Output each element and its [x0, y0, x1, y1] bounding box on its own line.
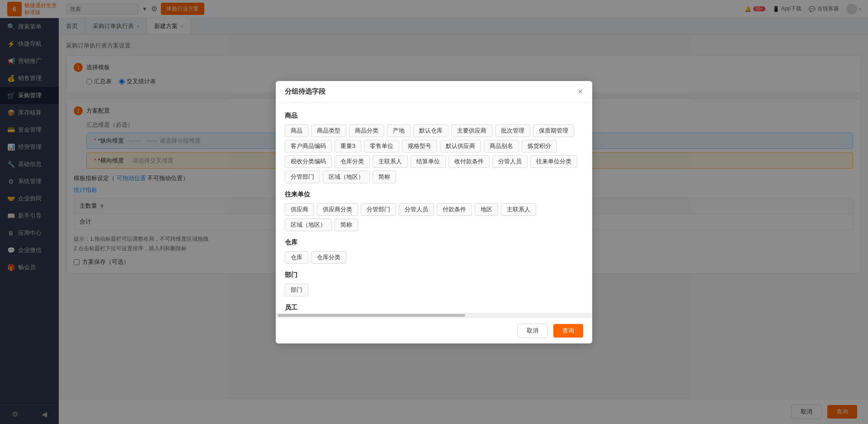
field-chips-2: 仓库仓库分类	[285, 251, 583, 264]
field-chip-0-4[interactable]: 默认仓库	[413, 124, 448, 137]
field-chip-0-1[interactable]: 商品类型	[311, 124, 346, 137]
field-chip-0-16[interactable]: 仓库分类	[335, 155, 370, 168]
field-group-title-2: 仓库	[285, 238, 583, 247]
modal-footer: 取消 查询	[276, 318, 592, 343]
field-chip-0-20[interactable]: 分管人员	[492, 155, 528, 168]
field-chip-1-5[interactable]: 地区	[475, 203, 498, 216]
modal-overlay: 分组待选字段 ✕ 商品商品商品类型商品分类产地默认仓库主要供应商批次管理保质期管…	[0, 0, 868, 424]
field-chip-0-21[interactable]: 往来单位分类	[530, 155, 577, 168]
field-chip-0-22[interactable]: 分管部门	[285, 171, 320, 183]
field-chip-0-15[interactable]: 税收分类编码	[285, 155, 332, 168]
modal-hscroll	[276, 313, 592, 317]
field-chip-1-0[interactable]: 供应商	[285, 203, 314, 216]
field-chip-0-7[interactable]: 保质期管理	[533, 124, 574, 137]
field-chip-1-7[interactable]: 区域（地区）	[285, 219, 332, 231]
field-chip-0-14[interactable]: 炼货积分	[522, 140, 557, 152]
modal-header: 分组待选字段 ✕	[276, 81, 592, 103]
modal-hscroll-thumb[interactable]	[278, 314, 465, 317]
field-chip-1-2[interactable]: 分管部门	[361, 203, 396, 216]
field-chip-0-3[interactable]: 产地	[387, 124, 410, 137]
field-chips-3: 部门	[285, 284, 583, 296]
field-chip-0-19[interactable]: 收付款条件	[448, 155, 490, 168]
field-chip-1-8[interactable]: 简称	[335, 219, 358, 231]
field-chip-0-17[interactable]: 主联系人	[373, 155, 408, 168]
field-chip-0-12[interactable]: 默认供应商	[440, 140, 481, 152]
field-chip-0-2[interactable]: 商品分类	[349, 124, 384, 137]
field-chip-0-24[interactable]: 简称	[373, 171, 396, 183]
field-chip-0-10[interactable]: 零售单位	[364, 140, 399, 152]
field-chip-2-0[interactable]: 仓库	[285, 251, 308, 264]
modal-title: 分组待选字段	[285, 87, 326, 96]
field-chips-0: 商品商品类型商品分类产地默认仓库主要供应商批次管理保质期管理客户商品编码重量3零…	[285, 124, 583, 183]
field-chip-2-1[interactable]: 仓库分类	[311, 251, 346, 264]
field-chip-1-1[interactable]: 供应商分类	[317, 203, 358, 216]
field-chip-1-4[interactable]: 付款条件	[437, 203, 472, 216]
modal-cancel-button[interactable]: 取消	[517, 324, 548, 338]
field-chip-0-11[interactable]: 规格型号	[402, 140, 437, 152]
field-group-1: 往来单位供应商供应商分类分管部门分管人员付款条件地区主联系人区域（地区）简称	[285, 191, 583, 231]
field-group-3: 部门部门	[285, 271, 583, 296]
modal-close-button[interactable]: ✕	[577, 87, 583, 96]
field-group-0: 商品商品商品类型商品分类产地默认仓库主要供应商批次管理保质期管理客户商品编码重量…	[285, 112, 583, 183]
field-chip-0-0[interactable]: 商品	[285, 124, 308, 137]
field-group-title-3: 部门	[285, 271, 583, 279]
field-chip-0-13[interactable]: 商品别名	[484, 140, 519, 152]
field-group-2: 仓库仓库仓库分类	[285, 238, 583, 264]
field-chips-1: 供应商供应商分类分管部门分管人员付款条件地区主联系人区域（地区）简称	[285, 203, 583, 231]
field-group-title-4: 员工	[285, 304, 583, 312]
modal-confirm-button[interactable]: 查询	[553, 324, 583, 338]
field-chip-0-6[interactable]: 批次管理	[495, 124, 530, 137]
field-group-title-0: 商品	[285, 112, 583, 120]
field-chip-0-5[interactable]: 主要供应商	[451, 124, 492, 137]
field-chip-0-18[interactable]: 结算单位	[410, 155, 446, 168]
modal-body: 商品商品商品类型商品分类产地默认仓库主要供应商批次管理保质期管理客户商品编码重量…	[276, 103, 592, 314]
field-chip-3-0[interactable]: 部门	[285, 284, 308, 296]
field-chip-1-3[interactable]: 分管人员	[399, 203, 434, 216]
modal-box: 分组待选字段 ✕ 商品商品商品类型商品分类产地默认仓库主要供应商批次管理保质期管…	[276, 81, 592, 343]
field-group-title-1: 往来单位	[285, 191, 583, 199]
field-group-4: 员工业务员	[285, 304, 583, 314]
field-chip-0-9[interactable]: 重量3	[335, 140, 361, 152]
field-chip-1-6[interactable]: 主联系人	[501, 203, 536, 216]
field-chip-0-23[interactable]: 区域（地区）	[323, 171, 370, 183]
field-chip-0-8[interactable]: 客户商品编码	[285, 140, 332, 152]
